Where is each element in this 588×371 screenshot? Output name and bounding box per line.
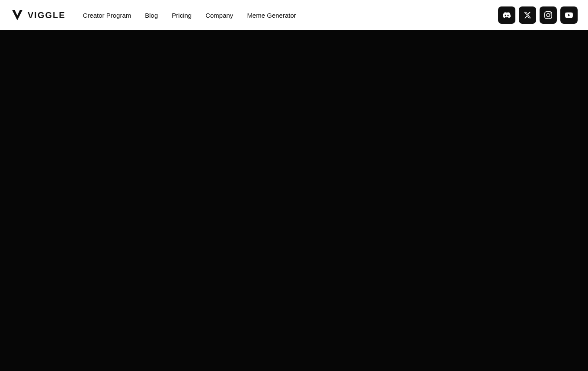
nav-item-meme-generator[interactable]: Meme Generator [247,12,296,19]
instagram-button[interactable] [540,6,557,24]
site-header: VIGGLE Creator Program Blog Pricing Comp… [0,0,588,30]
logo[interactable]: VIGGLE [10,8,66,22]
twitter-button[interactable] [519,6,536,24]
main-content [0,30,588,371]
viggle-logo-icon [10,8,24,22]
header-social-links [498,6,578,24]
youtube-button[interactable] [560,6,578,24]
youtube-icon [565,11,573,19]
twitter-icon [524,11,531,19]
instagram-icon [544,11,552,19]
header-left: VIGGLE Creator Program Blog Pricing Comp… [10,8,296,22]
nav-item-pricing[interactable]: Pricing [172,12,192,19]
discord-button[interactable] [498,6,515,24]
logo-text: VIGGLE [28,10,66,20]
discord-icon [503,11,511,19]
svg-marker-0 [12,10,22,20]
nav-item-company[interactable]: Company [205,12,233,19]
nav-item-blog[interactable]: Blog [145,12,158,19]
nav-item-creator-program[interactable]: Creator Program [83,12,131,19]
main-nav: Creator Program Blog Pricing Company Mem… [83,12,296,19]
